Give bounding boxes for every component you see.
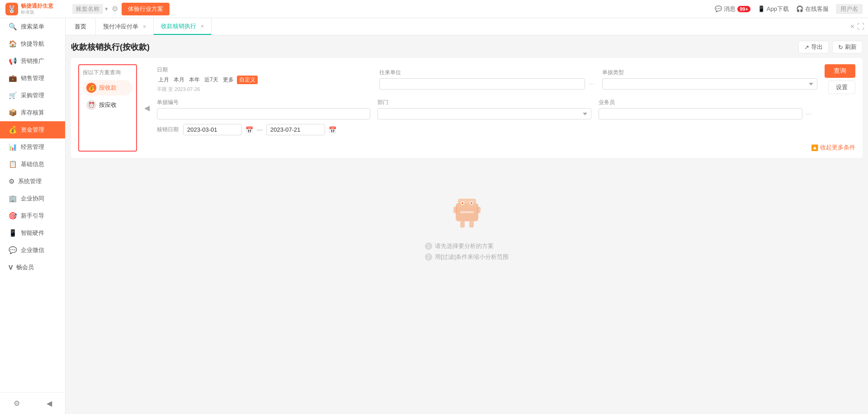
query-btn[interactable]: 查询 — [825, 64, 855, 78]
svg-rect-9 — [460, 221, 465, 228]
empty-hint-1: 1 请先选择要分析的方案 — [425, 242, 509, 250]
tab-prepay-close[interactable]: × — [143, 24, 146, 30]
sidebar-settings-btn[interactable]: ⚙ — [11, 396, 23, 410]
export-label: 导出 — [811, 43, 823, 51]
sidebar-item-operation[interactable]: 📊 经营管理 — [0, 138, 65, 156]
filter-department-label: 部门 — [377, 99, 591, 106]
sidebar-bottom: ⚙ ◀ — [0, 392, 65, 414]
sidebar-item-label: 销售管理 — [21, 74, 44, 82]
filter-collapse-handle[interactable]: ◀ — [142, 64, 151, 152]
date-shortcut-7days[interactable]: 近7天 — [203, 76, 220, 84]
sidebar-item-label: 经营管理 — [21, 143, 44, 151]
sidebar: 🔍 搜索菜单 🏠 快捷导航 📢 营销推广 💼 销售管理 🛒 采购管理 📦 库存核… — [0, 18, 66, 414]
filter-option-by-collection[interactable]: 💰 按收款 — [83, 80, 132, 95]
bill-number-input[interactable] — [157, 108, 370, 119]
sidebar-item-sales[interactable]: 💼 销售管理 — [0, 70, 65, 87]
date-shortcut-more[interactable]: 更多 — [222, 76, 235, 84]
writeoff-date-start-input[interactable] — [183, 124, 242, 135]
account-dropdown-icon[interactable]: ▾ — [105, 5, 108, 12]
tab-prepay[interactable]: 预付冲应付单 × — [96, 18, 154, 35]
tab-home[interactable]: 首页 — [66, 18, 96, 35]
sidebar-item-quick-nav[interactable]: 🏠 快捷导航 — [0, 35, 65, 52]
close-all-icon[interactable]: × — [850, 23, 854, 31]
export-icon: ↗ — [804, 44, 809, 51]
date-range-separator: — — [257, 126, 263, 133]
tab-home-label: 首页 — [75, 23, 86, 31]
filter-option-by-receivable[interactable]: ⏰ 按应收 — [83, 97, 132, 113]
sidebar-item-wechat[interactable]: 💬 企业微信 — [0, 242, 65, 259]
search-menu-icon: 🔍 — [9, 23, 17, 31]
tab-collection-close[interactable]: × — [201, 23, 204, 29]
topbar: 🐰 畅捷通好生意 标准版 账套名称 ▾ ⚙ 体验行业方案 💬 消息 99+ 📱 … — [0, 0, 868, 18]
sidebar-item-label: 系统管理 — [18, 177, 42, 186]
sidebar-item-inventory[interactable]: 📦 库存核算 — [0, 104, 65, 121]
quick-nav-icon: 🏠 — [9, 40, 17, 48]
settings-icon[interactable]: ⚙ — [112, 5, 118, 13]
service-label: 在线客服 — [805, 5, 829, 13]
message-btn[interactable]: 💬 消息 99+ — [715, 5, 750, 13]
sidebar-item-purchase[interactable]: 🛒 采购管理 — [0, 87, 65, 104]
hint-text-2: 用[过滤]条件来缩小分析范围 — [435, 253, 509, 261]
sidebar-item-label: 快捷导航 — [21, 40, 44, 48]
sidebar-item-system[interactable]: ⚙ 系统管理 — [0, 173, 65, 190]
filter-by-receivable-icon: ⏰ — [86, 100, 96, 110]
enterprise-icon: 🏢 — [9, 195, 17, 203]
purchase-icon: 🛒 — [9, 91, 17, 100]
sidebar-item-search-menu[interactable]: 🔍 搜索菜单 — [0, 18, 65, 35]
sidebar-item-enterprise[interactable]: 🏢 企业协同 — [0, 190, 65, 207]
filter-counterparty-cell: 往来单位 ··· — [379, 69, 594, 90]
industry-btn[interactable]: 体验行业方案 — [122, 3, 170, 15]
account-selector[interactable]: 账套名称 ▾ — [72, 4, 108, 14]
service-btn[interactable]: 🎧 在线客服 — [796, 5, 829, 13]
tab-collection[interactable]: 收款核销执行 × — [154, 18, 212, 35]
bill-type-select[interactable] — [602, 78, 817, 90]
counterparty-more-icon[interactable]: ··· — [589, 80, 594, 88]
edition-label: 标准版 — [21, 10, 53, 15]
message-icon: 💬 — [715, 5, 722, 12]
filter-department-cell: 部门 — [377, 99, 591, 119]
export-btn[interactable]: ↗ 导出 — [798, 41, 829, 53]
sidebar-item-vip[interactable]: V 畅会员 — [0, 259, 65, 276]
sidebar-item-label: 搜索菜单 — [21, 23, 44, 31]
sidebar-item-guide[interactable]: 🎯 新手引导 — [0, 207, 65, 224]
brand-name: 畅捷通好生意 — [21, 3, 53, 9]
sidebar-item-finance[interactable]: 💰 资金管理 — [0, 121, 65, 138]
empty-state: 1 请先选择要分析的方案 2 用[过滤]条件来缩小分析范围 — [71, 162, 863, 291]
collapse-row: 🔼 收起更多条件 — [157, 140, 855, 152]
system-icon: ⚙ — [9, 177, 14, 186]
user-avatar[interactable]: 用户名 — [836, 4, 863, 14]
counterparty-input[interactable] — [379, 78, 585, 90]
filter-salesperson-cell: 业务员 ··· — [599, 99, 812, 119]
filter-by-collection-icon: 💰 — [86, 83, 96, 93]
empty-hints: 1 请先选择要分析的方案 2 用[过滤]条件来缩小分析范围 — [425, 242, 509, 264]
sidebar-item-marketing[interactable]: 📢 营销推广 — [0, 52, 65, 70]
sidebar-item-basic[interactable]: 📋 基础信息 — [0, 156, 65, 173]
layout: 🔍 搜索菜单 🏠 快捷导航 📢 营销推广 💼 销售管理 🛒 采购管理 📦 库存核… — [0, 18, 868, 414]
writeoff-date-end-input[interactable] — [266, 124, 325, 135]
expand-icon[interactable]: ⛶ — [857, 23, 864, 31]
sidebar-collapse-btn[interactable]: ◀ — [44, 396, 55, 410]
filter-settings-btn[interactable]: 设置 — [828, 81, 855, 94]
collapse-btn[interactable]: 🔼 收起更多条件 — [811, 143, 855, 152]
filter-department-field — [377, 108, 591, 119]
calendar-end-icon[interactable]: 📅 — [329, 126, 336, 133]
filter-panel: 按以下方案查询 💰 按收款 ⏰ 按应收 ◀ — [71, 58, 863, 158]
sidebar-item-hardware[interactable]: 📱 智能硬件 — [0, 224, 65, 242]
date-shortcut-this-year[interactable]: 本年 — [188, 76, 201, 84]
salesperson-input[interactable] — [599, 108, 802, 119]
app-download-btn[interactable]: 📱 App下载 — [758, 5, 789, 13]
writeoff-date-label: 核销日期 — [157, 126, 179, 133]
date-shortcut-this-month[interactable]: 本月 — [172, 76, 186, 84]
sidebar-item-label: 采购管理 — [21, 91, 44, 100]
calendar-start-icon[interactable]: 📅 — [245, 126, 253, 133]
refresh-btn[interactable]: ↻ 刷新 — [832, 41, 863, 53]
date-shortcut-last-month[interactable]: 上月 — [157, 76, 170, 84]
filter-salesperson-field: ··· — [599, 108, 812, 119]
date-shortcut-custom[interactable]: 自定义 — [237, 76, 258, 84]
salesperson-more-icon[interactable]: ··· — [806, 110, 812, 118]
refresh-label: 刷新 — [845, 43, 857, 51]
svg-rect-10 — [469, 221, 474, 228]
department-select[interactable] — [377, 108, 591, 119]
sidebar-item-label: 企业协同 — [21, 195, 44, 203]
wechat-icon: 💬 — [9, 246, 17, 254]
